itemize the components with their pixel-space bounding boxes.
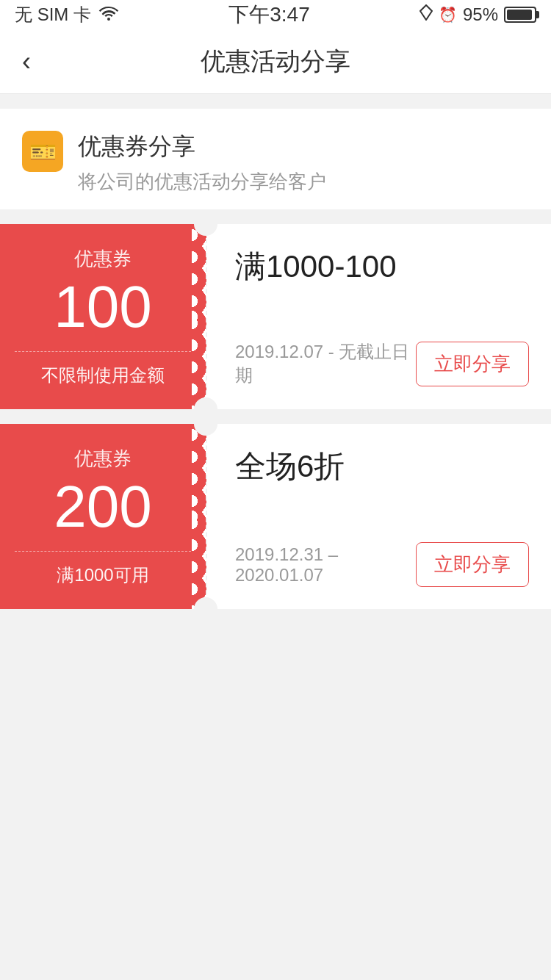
coupon-list: 优惠券 100 不限制使用金额 满1000-100 2019.12.07 - 无… xyxy=(0,224,551,609)
alarm-icon: ⏰ xyxy=(439,6,457,24)
battery-percent: 95% xyxy=(463,4,498,25)
coupon-date-1: 2019.12.31 – 2020.01.07 xyxy=(235,544,416,586)
coupon-value-1: 200 xyxy=(54,478,151,536)
section-text: 优惠券分享 将公司的优惠活动分享给客户 xyxy=(78,131,326,195)
time-label: 下午3:47 xyxy=(228,1,310,29)
coupon-right-1: 全场6折 2019.12.31 – 2020.01.07 立即分享 xyxy=(206,424,551,609)
coupon-left-0: 优惠券 100 不限制使用金额 xyxy=(0,224,206,409)
coupon-right-0: 满1000-100 2019.12.07 - 无截止日期 立即分享 xyxy=(206,224,551,409)
coupon-condition-0: 不限制使用金额 xyxy=(41,364,165,387)
coupon-notch-top-0 xyxy=(194,212,217,236)
nav-bar: ‹ 优惠活动分享 xyxy=(0,29,551,94)
status-bar: 无 SIM 卡 下午3:47 ⏰ 95% xyxy=(0,0,551,29)
location-icon xyxy=(419,4,433,25)
section-subtitle: 将公司的优惠活动分享给客户 xyxy=(78,169,326,195)
wifi-icon xyxy=(98,4,119,25)
coupon-card-1: 优惠券 200 满1000可用 全场6折 2019.12.31 – 2020.0… xyxy=(0,424,551,609)
coupon-notch-bottom-1 xyxy=(194,597,217,621)
coupon-condition-1: 满1000可用 xyxy=(57,563,148,587)
coupon-card-0: 优惠券 100 不限制使用金额 满1000-100 2019.12.07 - 无… xyxy=(0,224,551,409)
coupon-value-0: 100 xyxy=(54,278,151,336)
share-button-1[interactable]: 立即分享 xyxy=(416,542,529,587)
coupon-label-1: 优惠券 xyxy=(74,446,132,472)
coupon-separator-0 xyxy=(206,224,207,409)
section-title: 优惠券分享 xyxy=(78,131,326,163)
back-button[interactable]: ‹ xyxy=(22,48,31,75)
status-left: 无 SIM 卡 xyxy=(15,3,119,26)
battery-icon xyxy=(504,7,536,23)
coupon-bottom-row-0: 2019.12.07 - 无截止日期 立即分享 xyxy=(235,340,529,387)
coupon-bottom-row-1: 2019.12.31 – 2020.01.07 立即分享 xyxy=(235,542,529,587)
status-right: ⏰ 95% xyxy=(419,4,536,25)
section-icon: 🎫 xyxy=(22,131,63,172)
coupon-divider-0 xyxy=(15,351,191,352)
coupon-name-0: 满1000-100 xyxy=(235,246,529,287)
share-button-0[interactable]: 立即分享 xyxy=(416,342,529,386)
carrier-label: 无 SIM 卡 xyxy=(15,3,91,26)
coupon-date-0: 2019.12.07 - 无截止日期 xyxy=(235,340,416,387)
coupon-left-1: 优惠券 200 满1000可用 xyxy=(0,424,206,609)
coupon-divider-1 xyxy=(15,551,191,552)
coupon-notch-top-1 xyxy=(194,412,217,436)
nav-title: 优惠活动分享 xyxy=(201,45,350,79)
section-header: 🎫 优惠券分享 将公司的优惠活动分享给客户 xyxy=(0,109,551,209)
coupon-label-0: 优惠券 xyxy=(74,246,132,272)
coupon-name-1: 全场6折 xyxy=(235,446,529,487)
coupon-separator-1 xyxy=(206,424,207,609)
